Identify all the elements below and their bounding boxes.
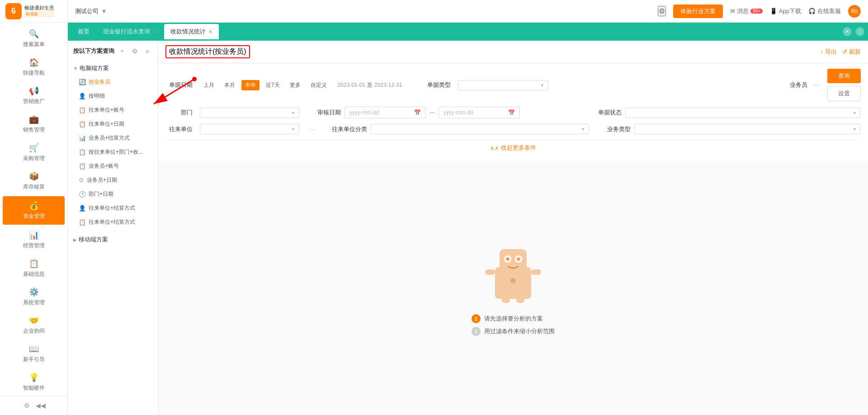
scheme-item-dept-date[interactable]: 🕐 部门+日期 — [68, 187, 158, 201]
scheme-item-salesman-account[interactable]: 📋 业务员+账号 — [68, 159, 158, 173]
sidebar-item-basic[interactable]: 📋 基础信息 — [0, 254, 67, 283]
gear2-icon: ⚙ — [79, 177, 84, 184]
sidebar-item-label: 采购管理 — [23, 155, 45, 162]
sidebar-item-hardware[interactable]: 💡 智能硬件 — [0, 368, 67, 396]
tab-receipt-close[interactable]: ✕ — [208, 29, 212, 35]
sidebar-item-marketing[interactable]: 📢 营销推广 — [0, 81, 67, 110]
dropdown-icon[interactable]: ▾ — [102, 7, 106, 15]
scheme-item-partner-account[interactable]: 📋 往来单位+账号 — [68, 103, 158, 117]
date-end[interactable]: 2023-12-31 — [374, 82, 402, 88]
app-icon: 📱 — [770, 8, 777, 14]
sidebar-item-label: 基础信息 — [23, 270, 45, 278]
date-tab-custom[interactable]: 自定义 — [307, 80, 330, 90]
action-buttons: 查询 设置 — [827, 69, 861, 101]
person-icon: 👤 — [79, 93, 86, 99]
online-service-label: 在线客服 — [817, 7, 841, 15]
scheme-item-partner-date[interactable]: 📋 往来单位+日期 — [68, 117, 158, 131]
date-tab-this-year[interactable]: 本年 — [241, 80, 259, 90]
message-icon: ✉ — [730, 8, 735, 14]
robot-svg — [477, 240, 549, 303]
partner-category-select[interactable]: ▾ — [371, 124, 589, 134]
collapse-panel-button[interactable]: « — [142, 46, 152, 56]
partner-select[interactable]: ▾ — [200, 124, 299, 134]
doc-status-select[interactable]: ▾ — [625, 108, 861, 118]
filter-row-1: 单据日期 上月 本月 本年 近7天 更多 自定义 2023-01-01 至 20… — [165, 69, 861, 101]
settings-button[interactable]: 设置 — [827, 86, 861, 101]
filter-row-2: 部门 ▾ 审核日期 yyyy-mm-dd 📅 — yyyy-mm-dd — [165, 107, 861, 118]
sidebar: 6 畅捷通好生意 标准版 🔍 搜索菜单 🏠 快捷导航 📢 营销推广 💼 销售管理… — [0, 0, 68, 415]
avatar[interactable]: Rit — [848, 5, 861, 18]
app-download-button[interactable]: 📱 App下载 — [770, 7, 801, 15]
scheme-group-desktop-header[interactable]: ▼ 电脑端方案 — [68, 61, 158, 75]
refresh-button[interactable]: ↺ 刷新 — [842, 48, 861, 56]
scheme-settings-button[interactable]: ⚙ — [130, 46, 140, 56]
review-date-end-input[interactable]: yyyy-mm-dd 📅 — [439, 107, 520, 118]
scheme-group-mobile-header[interactable]: ▶ 移动端方案 — [68, 233, 158, 246]
sidebar-collapse-button[interactable]: ◀◀ — [36, 401, 46, 410]
scheme-item-salesman-date[interactable]: ⚙ 业务员+日期 — [68, 173, 158, 187]
tab-bank[interactable]: 现金银行流水查询 ✕ — [97, 24, 163, 39]
search-icon: 🔍 — [29, 29, 39, 39]
date-tab-this-month[interactable]: 本月 — [221, 80, 239, 90]
hint-text-1: 请先选择要分析的方案 — [484, 315, 543, 323]
sidebar-item-label: 销售管理 — [23, 126, 45, 134]
message-button[interactable]: ✉ 消息 99+ — [730, 7, 763, 15]
dept-select[interactable]: ▾ — [200, 108, 299, 118]
calendar-icon: 📅 — [414, 109, 421, 116]
query-button[interactable]: 查询 — [827, 69, 861, 83]
topbar-gear-button[interactable]: ⚙ — [658, 6, 666, 16]
date-start[interactable]: 2023-01-01 — [338, 82, 365, 88]
sidebar-item-quick[interactable]: 🏠 快捷导航 — [0, 53, 67, 81]
tab-home-label: 首页 — [78, 28, 90, 36]
tab-bank-close[interactable]: ✕ — [153, 29, 157, 35]
topbar: 测试公司 ▾ ⚙ 体验行业方案 ✉ 消息 99+ 📱 App下载 🎧 在线客服 … — [68, 0, 868, 23]
window-maximize-button[interactable]: □ — [855, 27, 864, 36]
page-content: 按以下方案查询 ＋ ⚙ « ▼ 电脑端方案 🔄 按业务员 👤 — [68, 41, 868, 415]
scheme-item-partner-settlement2[interactable]: 📋 往来单位+结算方式 — [68, 215, 158, 229]
sidebar-item-sales[interactable]: 💼 销售管理 — [0, 110, 67, 138]
salesman-dots-button[interactable]: ··· — [811, 81, 820, 89]
date-tab-7days[interactable]: 近7天 — [262, 80, 283, 90]
sidebar-item-enterprise[interactable]: 🤝 企业协同 — [0, 311, 67, 340]
operation-icon: 📊 — [29, 230, 39, 240]
online-service-button[interactable]: 🎧 在线客服 — [808, 7, 841, 15]
doc-type-select[interactable]: ▾ — [458, 80, 548, 90]
sidebar-item-system[interactable]: ⚙️ 系统管理 — [0, 283, 67, 311]
biz-type-select[interactable]: ▾ — [634, 124, 861, 134]
page-title-row: 收款情况统计(按业务员) ↑ 导出 ↺ 刷新 — [165, 45, 861, 58]
collapse-bar[interactable]: ∧∧ 收起更多条件 — [165, 140, 861, 156]
scheme-item-partner-settlement1[interactable]: 👤 往来单位+结算方式 — [68, 201, 158, 215]
scheme-item-label: 往来单位+结算方式 — [89, 218, 135, 226]
logo-text: 畅捷通好生意 — [24, 5, 54, 11]
scheme-item-by-partner-dept[interactable]: 📋 按往来单位+部门+收... — [68, 145, 158, 159]
export-button[interactable]: ↑ 导出 — [821, 48, 837, 56]
scheme-item-by-detail[interactable]: 👤 按明细 — [68, 89, 158, 103]
review-date-start-input[interactable]: yyyy-mm-dd 📅 — [344, 107, 426, 118]
refresh-icon: ↺ — [842, 48, 847, 55]
sidebar-item-guide[interactable]: 📖 新手引导 — [0, 340, 67, 368]
sidebar-item-search[interactable]: 🔍 搜索菜单 — [0, 24, 67, 53]
empty-hints: 1 请先选择要分析的方案 2 用过滤条件来缩小分析范围 — [472, 314, 555, 336]
add-scheme-button[interactable]: ＋ — [117, 46, 127, 56]
marketing-icon: 📢 — [29, 86, 39, 96]
date-label: 单据日期 — [165, 81, 193, 89]
tab-home[interactable]: 首页 — [71, 24, 96, 39]
sidebar-item-purchase[interactable]: 🛒 采购管理 — [0, 138, 67, 167]
date-tab-last-month[interactable]: 上月 — [200, 80, 218, 90]
sidebar-item-finance[interactable]: 💰 资金管理 — [3, 196, 65, 225]
sidebar-item-operation[interactable]: 📊 经营管理 — [0, 226, 67, 254]
scheme-item-by-salesman[interactable]: 🔄 按业务员 — [68, 75, 158, 89]
tab-receipt[interactable]: 收款情况统计 ✕ — [164, 24, 219, 39]
doc4-icon: 📋 — [79, 163, 86, 170]
date-tab-group: 上月 本月 本年 近7天 更多 自定义 — [200, 80, 330, 90]
scheme-item-label: 往来单位+账号 — [89, 106, 124, 114]
trial-button[interactable]: 体验行业方案 — [673, 5, 723, 18]
sidebar-item-inventory[interactable]: 📦 库存核算 — [0, 167, 67, 195]
sidebar-item-label: 系统管理 — [23, 299, 45, 307]
left-panel: 按以下方案查询 ＋ ⚙ « ▼ 电脑端方案 🔄 按业务员 👤 — [68, 41, 158, 415]
scheme-item-salesman-settlement[interactable]: 📊 业务员+结算方式 — [68, 131, 158, 145]
sidebar-settings-button[interactable]: ⚙ — [22, 401, 32, 410]
window-close-button[interactable]: ✕ — [843, 27, 852, 36]
date-tab-more[interactable]: 更多 — [286, 80, 304, 90]
partner-dots-button[interactable]: ··· — [308, 126, 317, 133]
